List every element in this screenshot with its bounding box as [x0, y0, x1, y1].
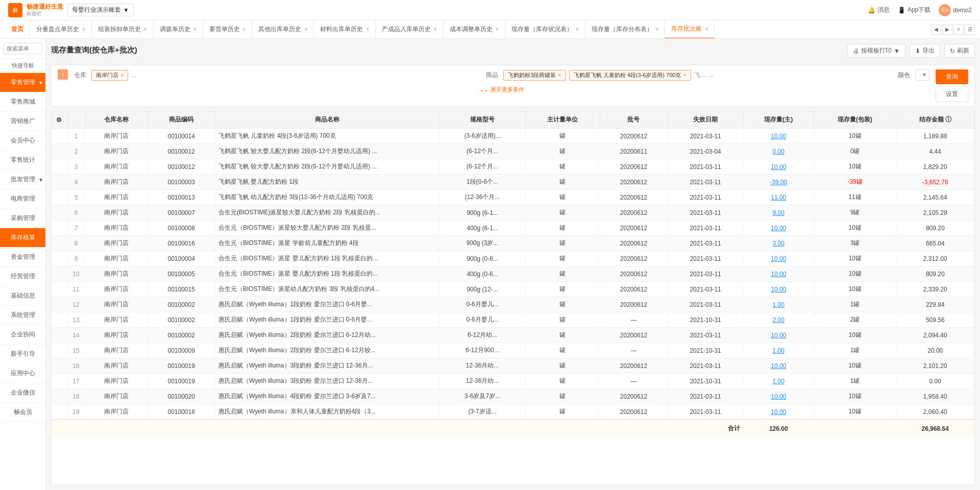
td-stock-main[interactable]: 10.00 — [743, 389, 814, 404]
tab-close-icon[interactable]: × — [434, 27, 437, 32]
tab-stock-dist[interactable]: 现存量（库存分布表） × — [585, 20, 666, 39]
sidebar-item-enterprise[interactable]: 企业协同 — [0, 325, 45, 345]
tab-close-icon[interactable]: × — [193, 27, 197, 32]
sidebar-item-system[interactable]: 系统管理 — [0, 306, 45, 325]
warehouse-ellipsis[interactable]: ... — [131, 71, 136, 79]
td-stock-main[interactable]: 2.00 — [743, 312, 814, 328]
sidebar-item-wholesale-mgmt[interactable]: 批发管理 ▼ — [0, 170, 45, 189]
export-btn[interactable]: ⬇ 导出 — [910, 44, 940, 58]
sidebar-item-new-guide[interactable]: 新手引导 — [0, 345, 45, 364]
account-selector[interactable]: 母婴行业演示账套 ▼ — [67, 4, 134, 16]
nav-arrow-left[interactable]: ◀ — [931, 24, 941, 35]
td-stock-main[interactable]: 1.00 — [743, 343, 814, 358]
content-area: 现存量查询(按仓库+批次) 🖨 按模板打印 ▼ ⬇ 导出 ↻ 刷新 — [46, 39, 980, 490]
product-tag-1-close[interactable]: × — [558, 72, 561, 78]
tab-finished-inbound[interactable]: 产成品入库单历史 × — [376, 20, 444, 39]
sidebar-item-member-card[interactable]: 畅会员 — [0, 403, 45, 422]
td-stock-main[interactable]: 1.00 — [743, 297, 814, 312]
tab-home[interactable]: 首页 — [5, 20, 30, 39]
td-stock-main[interactable]: 10.00 — [743, 251, 814, 266]
td-stock-main[interactable]: 11.00 — [743, 190, 814, 205]
td-product-code: 00100012 — [148, 159, 215, 175]
td-product-code: 00100018 — [148, 404, 215, 420]
sidebar-item-retail-management[interactable]: 零售管理 ▼ — [0, 73, 45, 92]
product-tag-2-close[interactable]: × — [683, 72, 686, 78]
warehouse-tag-close[interactable]: × — [120, 72, 124, 78]
color-dropdown[interactable] — [915, 69, 929, 81]
td-stock-main[interactable]: 10.00 — [743, 220, 814, 236]
td-stock-main[interactable]: 0.00 — [743, 144, 814, 159]
tab-cost-adjust[interactable]: 成本调整单历史 × — [444, 20, 505, 39]
nav-arrow-right[interactable]: ▶ — [942, 24, 952, 35]
nav-menu[interactable]: ☰ — [965, 24, 975, 35]
tab-batch-voucher[interactable]: 库存批次账 × — [665, 20, 715, 39]
query-btn[interactable]: 查询 — [936, 69, 968, 84]
td-product-code: 00100009 — [148, 343, 215, 358]
tab-close-icon[interactable]: × — [656, 27, 659, 32]
refresh-btn[interactable]: ↻ 刷新 — [944, 44, 975, 58]
th-settings[interactable]: ⚙ — [52, 111, 67, 129]
td-spec: 0-6月婴儿... — [439, 297, 525, 312]
tab-close-icon[interactable]: × — [576, 27, 579, 32]
tab-stock-status[interactable]: 现存量（库存状况表） × — [505, 20, 585, 39]
tab-blending[interactable]: 调拨单历史 × — [154, 20, 203, 39]
td-stock-pkg: 0罐 — [814, 144, 896, 159]
tab-material-outbound[interactable]: 材料出库单历史 × — [314, 20, 376, 39]
td-stock-main[interactable]: 9.00 — [743, 205, 814, 220]
sidebar-item-retail-stats[interactable]: 零售统计 — [0, 151, 45, 170]
sidebar-item-enterprise-wechat[interactable]: 企业微信 — [0, 383, 45, 403]
settings-icon[interactable]: ⚙ — [56, 116, 62, 124]
sidebar-item-retail-mall[interactable]: 零售商城 — [0, 92, 45, 112]
td-stock-main[interactable]: 10.00 — [743, 282, 814, 297]
sidebar-item-finance[interactable]: 资金管理 — [0, 248, 45, 267]
sidebar-item-basic-info[interactable]: 基础信息 — [0, 286, 45, 306]
td-stock-main[interactable]: 10.00 — [743, 266, 814, 282]
td-stock-main[interactable]: 3.00 — [743, 236, 814, 251]
tab-close-icon[interactable]: × — [366, 27, 369, 32]
sidebar-item-member-center[interactable]: 会员中心 — [0, 131, 45, 151]
nav-close-all[interactable]: × — [953, 24, 964, 35]
product-more-ellipsis[interactable]: ... — [708, 71, 714, 79]
tab-close-icon[interactable]: × — [243, 27, 246, 32]
settings-btn[interactable]: 设置 — [936, 86, 968, 102]
sidebar-item-operations[interactable]: 经营管理 — [0, 267, 45, 286]
td-stock-main[interactable]: 1.00 — [743, 374, 814, 389]
print-btn[interactable]: 🖨 按模板打印 ▼ — [847, 44, 905, 58]
td-closing-amount: 1,189.88 — [896, 129, 974, 144]
td-stock-main[interactable]: 10.00 — [743, 404, 814, 420]
td-batch: 20200612 — [600, 389, 668, 404]
tab-close-icon[interactable]: × — [705, 26, 708, 32]
search-input[interactable] — [3, 43, 42, 54]
sidebar-item-purchase[interactable]: 采购管理 — [0, 209, 45, 228]
messages-btn[interactable]: 🔔 消息 — [868, 6, 890, 14]
td-unit: 罐 — [525, 297, 600, 312]
sidebar-quick-nav[interactable]: 快捷导航 — [0, 59, 45, 73]
td-warehouse: 南岸门店 — [85, 297, 148, 312]
tab-close-icon[interactable]: × — [304, 27, 307, 32]
td-stock-main[interactable]: 10.00 — [743, 358, 814, 374]
tab-disassemble[interactable]: 组装拆卸单历史 × — [92, 20, 154, 39]
print-btn-label: 按模板打印 — [861, 46, 892, 55]
td-stock-main[interactable]: 10.00 — [743, 129, 814, 144]
sidebar-item-ecommerce[interactable]: 电商管理 — [0, 189, 45, 209]
tab-split-stocktake[interactable]: 分量盘点单历史 × — [30, 20, 92, 39]
sidebar-item-marketing[interactable]: 营销推广 — [0, 112, 45, 131]
td-stock-main[interactable]: 10.00 — [743, 159, 814, 175]
sidebar-item-app-center[interactable]: 应用中心 — [0, 364, 45, 383]
th-stock-pkg: 现存量(包装) — [814, 111, 896, 129]
tab-close-icon[interactable]: × — [82, 27, 85, 32]
user-profile[interactable]: Ea demo2 — [939, 4, 972, 16]
td-expire-date: 2021-03-11 — [668, 266, 744, 282]
product-ellipsis[interactable]: 飞... — [694, 71, 705, 80]
th-expire-date: 失效日期 — [668, 111, 744, 129]
filter-expand-btn[interactable]: › — [58, 69, 68, 80]
sidebar-item-inventory-check[interactable]: 库存核算 — [0, 228, 45, 248]
tab-requisition[interactable]: 要货单历史 × — [203, 20, 253, 39]
td-stock-main[interactable]: -39.00 — [743, 175, 814, 190]
app-download-btn[interactable]: 📱 App下载 — [898, 6, 930, 14]
expand-conditions-btn[interactable]: ⌄⌄ 展开更多条件 — [74, 84, 929, 95]
tab-close-icon[interactable]: × — [144, 27, 147, 32]
tab-close-icon[interactable]: × — [496, 27, 499, 32]
tab-other-outbound[interactable]: 其他出库单历史 × — [252, 20, 314, 39]
td-stock-main[interactable]: 10.00 — [743, 328, 814, 343]
